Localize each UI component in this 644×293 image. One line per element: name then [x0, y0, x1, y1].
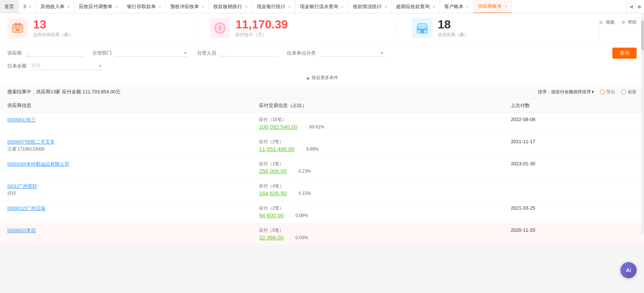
close-icon[interactable]: ×: [505, 4, 507, 8]
nav-tab-3[interactable]: 3 ×: [19, 0, 36, 13]
nav-tab-customer[interactable]: 客户账本 ×: [440, 0, 473, 13]
last-pay-date: 2020-11-20: [511, 227, 637, 233]
balance-value: 选择...: [31, 62, 45, 69]
summary-text-total: 18 总供应商（家）: [438, 18, 469, 38]
right-actions: 排序：按应付余额倒序排序 ▾ 导出 刷新: [538, 89, 637, 95]
nav-tab-bank[interactable]: 银行存取款单 ×: [123, 0, 166, 13]
payable-pct: 0.03%: [295, 235, 308, 240]
dept-label: 分管部门: [92, 50, 112, 56]
collapse-button[interactable]: ▲ 收起更多条件: [7, 73, 637, 82]
supplier-link[interactable]: [000100]本特勤油品有限公司: [7, 161, 259, 168]
person-input[interactable]: [219, 49, 278, 57]
supplier-info: [001]广州荣轩 仔仔: [7, 183, 259, 197]
sort-button[interactable]: 排序：按应付余额倒序排序 ▾: [538, 89, 594, 95]
payable-info: 应付（2笔） 11,051,486.00 9.89%: [259, 139, 511, 152]
table-row: [000012]广州贝瑞 应付（2笔） 94,600.00 0.08% 2021…: [0, 201, 644, 224]
nav-tab-advance[interactable]: 预收冲应收单 ×: [166, 0, 209, 13]
amount-icon: ¥: [210, 18, 230, 38]
nav-tab-ar-ap[interactable]: 应收应付调整单 ×: [74, 0, 122, 13]
nav-tab-cash-flow-label: 现金银行流水查询: [300, 3, 338, 10]
nav-tab-overdue-label: 超期应收款查询: [396, 3, 430, 10]
svg-text:¥: ¥: [218, 25, 221, 31]
payable-info: 应付（4笔） 164,635.90 0.15%: [259, 183, 511, 196]
col-header-supplier: 供应商信息: [7, 102, 259, 109]
data-table: 供应商信息 应付交易信息（占比） 上次付数 [000001]张三 应付（15笔）…: [0, 99, 644, 246]
col-header-payable: 应付交易信息（占比）: [259, 102, 511, 109]
svg-rect-9: [418, 28, 420, 30]
nav-tab-receipt-label: 收款核销执行: [213, 3, 242, 10]
nav-tab-supplier[interactable]: 供应商账本 ×: [473, 0, 512, 13]
supplier-link[interactable]: [000012]广州贝瑞: [7, 205, 259, 212]
table-row: [000007]恒旺二手叉车 王通 17106110000 应付（2笔） 11,…: [0, 135, 644, 157]
store-icon: [412, 18, 433, 38]
svg-rect-10: [424, 28, 427, 30]
payable-amount[interactable]: 94,600.00: [259, 212, 284, 218]
payable-amount[interactable]: 32,366.00: [259, 234, 284, 241]
close-icon[interactable]: ×: [29, 4, 31, 9]
nav-next-arrow[interactable]: ▶: [635, 0, 644, 13]
nav-tab-overdue[interactable]: 超期应收款查询 ×: [392, 0, 440, 13]
close-icon[interactable]: ×: [433, 4, 435, 9]
chevron-down-icon: ▾: [184, 50, 187, 56]
results-bar: 搜索结果中，供应商13家 应付金额 111,703,854.00元 排序：按应付…: [0, 86, 644, 99]
table-row: [000002]李四 应付（5笔） 32,366.00 0.03% 2020-1…: [0, 224, 644, 246]
nav-tab-receipt[interactable]: 收款核销执行 ×: [209, 0, 252, 13]
filter-dept: 分管部门 ▾: [92, 49, 188, 57]
supplier-link[interactable]: [000007]恒旺二手叉车: [7, 139, 259, 145]
nav-tab-home-label: 首页: [4, 3, 14, 10]
dept-select[interactable]: ▾: [115, 49, 188, 57]
play-icon: ⊙: [599, 20, 603, 25]
supplier-link[interactable]: [000001]张三: [7, 117, 259, 123]
table-row: [000001]张三 应付（15笔） 100,092,540.00 89.61%…: [0, 113, 644, 135]
scrollbar-thumb[interactable]: [641, 21, 644, 50]
nav-tab-other-income-label: 其他收入单: [41, 3, 64, 10]
payable-amount[interactable]: 164,635.90: [259, 190, 287, 196]
close-icon[interactable]: ×: [466, 4, 469, 9]
supplier-input[interactable]: [25, 49, 84, 57]
close-icon[interactable]: ×: [385, 4, 387, 9]
unit-class-select[interactable]: ▾: [319, 49, 385, 57]
table-header: 供应商信息 应付交易信息（占比） 上次付数: [0, 99, 644, 113]
nav-tab-cash-stat[interactable]: 现金银行统计 ×: [252, 0, 295, 13]
search-button[interactable]: 查询: [612, 48, 637, 59]
payable-info: 应付（1笔） 258,000.00 0.23%: [259, 161, 511, 174]
svg-rect-4: [16, 29, 20, 31]
nav-tab-cash-flow[interactable]: 现金银行流水查询 ×: [295, 0, 348, 13]
nav-tab-supplier-label: 供应商账本: [478, 3, 502, 10]
supplier-link[interactable]: [000002]李四: [7, 227, 259, 234]
nav-tab-other-income[interactable]: 其他收入单 ×: [36, 0, 74, 13]
export-button[interactable]: 导出: [600, 89, 615, 95]
refresh-icon: [621, 89, 626, 94]
video-link[interactable]: 视频: [606, 19, 615, 25]
summary-card-suppliers: 13 总应付供应商（家）: [7, 18, 195, 38]
close-icon[interactable]: ×: [245, 4, 247, 9]
svg-rect-1: [15, 23, 17, 26]
supplier-link[interactable]: [001]广州荣轩: [7, 183, 259, 190]
table-row: [001]广州荣轩 仔仔 应付（4笔） 164,635.90 0.15%: [0, 179, 644, 201]
refresh-button[interactable]: 刷新: [621, 89, 637, 95]
help-link[interactable]: 帮助: [628, 19, 637, 25]
close-icon[interactable]: ×: [67, 4, 70, 9]
payable-label: 应付（2笔）: [259, 139, 511, 145]
payable-amount[interactable]: 258,000.00: [259, 168, 287, 174]
nav-tab-3-label: 3: [23, 4, 26, 9]
close-icon[interactable]: ×: [159, 4, 161, 9]
supplier-label: 供应商: [7, 50, 22, 56]
close-icon[interactable]: ×: [115, 4, 118, 9]
close-icon[interactable]: ×: [202, 4, 204, 9]
nav-tab-receipt-stat[interactable]: 收款情况统计 ×: [349, 0, 392, 13]
summary-card-total: 18 总供应商（家）: [397, 18, 599, 38]
close-icon[interactable]: ×: [288, 4, 291, 9]
nav-prev-arrow[interactable]: ◀: [626, 0, 635, 13]
nav-tab-receipt-stat-label: 收款情况统计: [353, 3, 382, 10]
payable-label: 应付（5笔）: [259, 227, 511, 234]
close-icon[interactable]: ×: [341, 4, 343, 9]
payable-pct: 0.23%: [298, 169, 311, 174]
payable-amount[interactable]: 11,051,486.00: [259, 146, 294, 152]
nav-tab-home[interactable]: 首页: [0, 0, 19, 13]
payable-info: 应付（2笔） 94,600.00 0.08%: [259, 205, 511, 218]
supplier-info: [000002]李四: [7, 227, 259, 234]
payable-amount[interactable]: 100,092,540.00: [259, 124, 297, 130]
balance-select[interactable]: 选择... ▾: [29, 62, 103, 70]
help-icon: ⊙: [622, 20, 625, 25]
